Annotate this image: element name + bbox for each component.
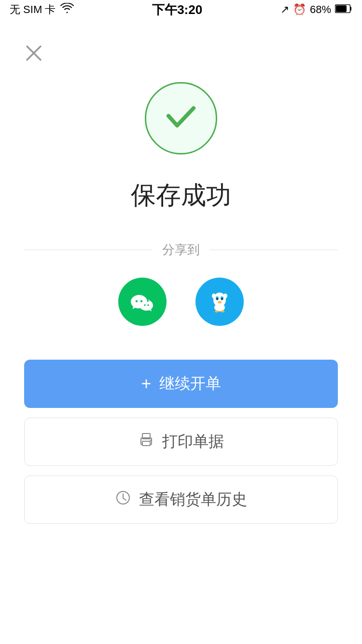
svg-point-7 [144,304,146,306]
svg-rect-22 [142,441,150,446]
print-label: 打印单据 [162,431,224,452]
qq-icon [207,289,232,314]
plus-icon: + [141,374,151,394]
status-right: ↗ ⏰ 68% [280,3,352,16]
close-button[interactable] [14,34,53,72]
svg-point-12 [216,298,218,300]
checkmark-icon [162,97,200,140]
svg-point-23 [150,440,152,441]
status-time: 下午3:20 [152,1,202,18]
svg-point-17 [221,310,224,312]
status-left: 无 SIM 卡 [10,2,74,17]
share-label: 分享到 [162,241,200,258]
share-divider: 分享到 [24,241,338,258]
share-wechat-button[interactable] [118,278,167,326]
svg-point-19 [223,294,227,298]
svg-point-15 [214,304,225,311]
divider-right [209,250,338,250]
wechat-icon [129,288,156,315]
continue-label: 继续开单 [159,373,221,394]
success-circle [145,82,217,154]
success-title: 保存成功 [131,179,231,212]
divider-left [24,250,153,250]
svg-point-6 [140,300,142,302]
svg-point-8 [147,304,149,306]
close-icon [25,44,42,62]
svg-point-5 [136,300,138,302]
svg-rect-1 [336,5,347,12]
share-section: 分享到 [24,241,338,326]
no-sim-text: 无 SIM 卡 [10,2,56,17]
main-content: 保存成功 分享到 [0,72,362,644]
wifi-icon [60,3,74,16]
location-icon: ↗ [280,3,289,16]
share-qq-button[interactable] [195,278,244,326]
status-bar: 无 SIM 卡 下午3:20 ↗ ⏰ 68% [0,0,362,19]
svg-point-18 [212,294,216,298]
continue-button[interactable]: + 继续开单 [24,360,338,408]
svg-point-14 [218,301,222,304]
history-button[interactable]: 查看销货单历史 [24,476,338,524]
share-icons [24,278,338,326]
svg-point-16 [215,310,219,312]
action-buttons: + 继续开单 打印单据 查看销货单历史 [24,360,338,524]
printer-icon [138,432,154,452]
history-icon [115,490,131,510]
svg-point-13 [221,298,223,300]
print-button[interactable]: 打印单据 [24,418,338,466]
history-label: 查看销货单历史 [139,489,247,510]
battery-icon [335,3,352,16]
alarm-icon: ⏰ [293,3,306,16]
battery-percent: 68% [310,3,331,16]
